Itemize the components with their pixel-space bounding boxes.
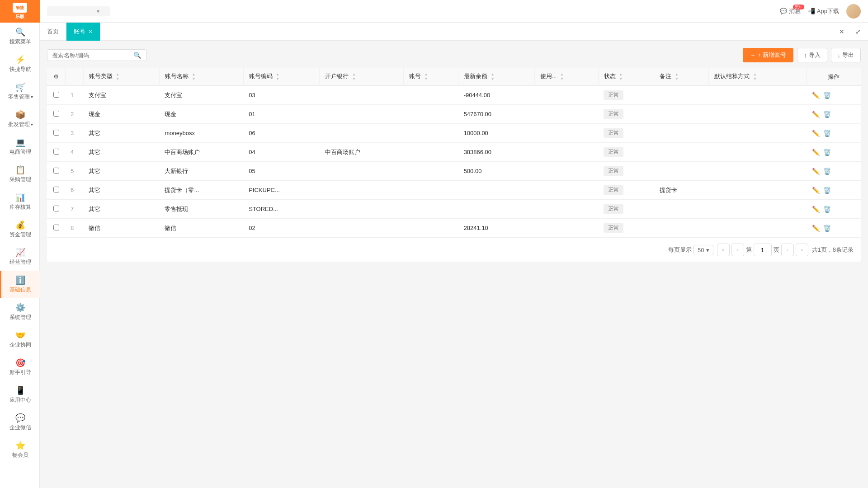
edit-icon[interactable]: ✏️ bbox=[812, 111, 820, 118]
sidebar-item-label: 经营管理 bbox=[9, 258, 31, 266]
prev-page-button[interactable]: ‹ bbox=[731, 244, 744, 256]
table-body: 1 支付宝 支付宝 03 -90444.00 正常 ✏️ 🗑️ bbox=[47, 86, 861, 238]
row-checkbox-cell[interactable] bbox=[47, 143, 65, 162]
row-status: 正常 bbox=[598, 124, 654, 143]
delete-icon[interactable]: 🗑️ bbox=[823, 206, 831, 213]
row-checkbox-cell[interactable] bbox=[47, 124, 65, 143]
row-checkbox[interactable] bbox=[53, 149, 59, 155]
row-checkbox[interactable] bbox=[53, 206, 59, 211]
row-checkbox[interactable] bbox=[53, 187, 59, 192]
column-status[interactable]: 状态 ▲▼ bbox=[598, 68, 654, 86]
page-number-input[interactable] bbox=[754, 244, 772, 256]
edit-icon[interactable]: ✏️ bbox=[812, 149, 820, 156]
sidebar-item-purchase-mgmt[interactable]: 📋 采购管理 bbox=[0, 160, 40, 188]
column-account-code[interactable]: 账号编码 ▲▼ bbox=[243, 68, 320, 86]
row-checkbox[interactable] bbox=[53, 111, 59, 117]
row-action: ✏️ 🗑️ bbox=[807, 143, 861, 162]
delete-icon[interactable]: 🗑️ bbox=[823, 187, 831, 194]
row-checkbox[interactable] bbox=[53, 130, 59, 136]
delete-icon[interactable]: 🗑️ bbox=[823, 130, 831, 137]
sidebar-item-label: 快捷导航 bbox=[9, 66, 31, 73]
delete-icon[interactable]: 🗑️ bbox=[823, 92, 831, 99]
app-download-button[interactable]: 📲 App下载 bbox=[808, 7, 839, 15]
notification-button[interactable]: 💬 消息 99+ bbox=[780, 7, 801, 15]
edit-icon[interactable]: ✏️ bbox=[812, 225, 820, 232]
search-input-wrap[interactable]: 🔍 bbox=[47, 49, 146, 61]
row-status: 正常 bbox=[598, 162, 654, 181]
next-page-button[interactable]: › bbox=[781, 244, 794, 256]
tab-account[interactable]: 账号 ✕ bbox=[66, 23, 100, 41]
row-latest-balance: 500.00 bbox=[458, 162, 534, 181]
last-page-button[interactable]: » bbox=[796, 244, 808, 256]
table-row: 6 其它 提货卡（零... PICKUPC... 正常 提货卡 ✏️ 🗑️ bbox=[47, 181, 861, 200]
sidebar-item-quick-nav[interactable]: ⚡ 快捷导航 bbox=[0, 50, 40, 78]
user-avatar[interactable] bbox=[846, 4, 861, 19]
column-account-type[interactable]: 账号类型 ▲▼ bbox=[83, 68, 159, 86]
row-checkbox-cell[interactable] bbox=[47, 181, 65, 200]
sidebar-item-operations-mgmt[interactable]: 📈 经营管理 bbox=[0, 243, 40, 271]
search-input[interactable] bbox=[52, 52, 133, 59]
sidebar-item-new-guide[interactable]: 🎯 新手引导 bbox=[0, 353, 40, 381]
edit-icon[interactable]: ✏️ bbox=[812, 168, 820, 175]
sidebar-item-ecommerce-mgmt[interactable]: 💻 电商管理 bbox=[0, 133, 40, 160]
row-checkbox[interactable] bbox=[53, 92, 59, 98]
column-account-name[interactable]: 账号名称 ▲▼ bbox=[159, 68, 243, 86]
tab-close-button[interactable]: ✕ bbox=[88, 28, 93, 35]
tab-home[interactable]: 首页 bbox=[40, 23, 66, 41]
row-latest-balance bbox=[458, 181, 534, 200]
sidebar-item-app-center[interactable]: 📱 应用中心 bbox=[0, 381, 40, 408]
column-account-no[interactable]: 账号 ▲▼ bbox=[403, 68, 458, 86]
row-checkbox-cell[interactable] bbox=[47, 219, 65, 238]
sidebar-item-search-menu[interactable]: 🔍 搜索菜单 bbox=[0, 23, 40, 50]
row-usage bbox=[534, 124, 598, 143]
table-row: 3 其它 moneybosx 06 10000.00 正常 ✏️ 🗑️ bbox=[47, 124, 861, 143]
export-button[interactable]: ↓ 导出 bbox=[831, 48, 861, 62]
tab-expand-button[interactable]: ⤢ bbox=[852, 25, 864, 38]
sidebar-item-label: 基础信息 bbox=[9, 286, 31, 294]
column-usage[interactable]: 使用... ▲▼ bbox=[534, 68, 598, 86]
column-settings[interactable]: ⚙ bbox=[47, 68, 65, 86]
sidebar-item-finance-mgmt[interactable]: 💰 资金管理 bbox=[0, 216, 40, 243]
sidebar-item-vip-member[interactable]: ⭐ 畅会员 bbox=[0, 436, 40, 464]
sidebar-item-enterprise-agreement[interactable]: 🤝 企业协同 bbox=[0, 326, 40, 353]
delete-icon[interactable]: 🗑️ bbox=[823, 168, 831, 175]
row-checkbox-cell[interactable] bbox=[47, 200, 65, 219]
row-opening-bank bbox=[320, 124, 404, 143]
row-checkbox[interactable] bbox=[53, 225, 59, 230]
import-button[interactable]: ↑ 导入 bbox=[797, 48, 827, 62]
edit-icon[interactable]: ✏️ bbox=[812, 187, 820, 194]
search-icon[interactable]: 🔍 bbox=[133, 52, 141, 59]
sidebar-item-basic-info[interactable]: ℹ️ 基础信息 bbox=[0, 271, 40, 298]
row-checkbox[interactable] bbox=[53, 168, 59, 174]
column-latest-balance[interactable]: 最新余额 ▲▼ bbox=[458, 68, 534, 86]
delete-icon[interactable]: 🗑️ bbox=[823, 111, 831, 118]
page-size-box[interactable]: 50 ▾ bbox=[693, 245, 713, 255]
edit-icon[interactable]: ✏️ bbox=[812, 92, 820, 99]
row-checkbox-cell[interactable] bbox=[47, 86, 65, 105]
row-checkbox-cell[interactable] bbox=[47, 105, 65, 124]
header-search-box[interactable]: ▾ bbox=[47, 6, 110, 16]
header-dropdown-arrow[interactable]: ▾ bbox=[97, 8, 99, 14]
row-checkbox-cell[interactable] bbox=[47, 162, 65, 181]
sidebar-item-wholesale-mgmt[interactable]: 📦 批发管理 ▾ bbox=[0, 105, 40, 133]
sidebar-item-retail-mgmt[interactable]: 🛒 零售管理 ▾ bbox=[0, 78, 40, 105]
add-account-button[interactable]: ＋ + 新增账号 bbox=[743, 48, 793, 62]
edit-icon[interactable]: ✏️ bbox=[812, 206, 820, 213]
tab-close-all-button[interactable]: ✕ bbox=[835, 25, 848, 38]
sidebar-item-system-mgmt[interactable]: ⚙️ 系统管理 bbox=[0, 298, 40, 326]
header-search-input[interactable] bbox=[52, 8, 97, 14]
row-default-settlement bbox=[709, 162, 807, 181]
sidebar-item-enterprise-wechat[interactable]: 💬 企业微信 bbox=[0, 408, 40, 436]
edit-icon[interactable]: ✏️ bbox=[812, 130, 820, 137]
delete-icon[interactable]: 🗑️ bbox=[823, 149, 831, 156]
sidebar-item-inventory[interactable]: 📊 库存核算 bbox=[0, 188, 40, 216]
column-remark[interactable]: 备注 ▲▼ bbox=[654, 68, 709, 86]
column-default-settlement[interactable]: 默认结算方式 ▲▼ bbox=[709, 68, 807, 86]
column-opening-bank[interactable]: 开户银行 ▲▼ bbox=[320, 68, 404, 86]
row-account-type: 支付宝 bbox=[83, 86, 159, 105]
sidebar-item-label: 畅会员 bbox=[12, 451, 28, 459]
sort-icon: ▲▼ bbox=[619, 72, 623, 81]
finance-icon: 💰 bbox=[15, 220, 25, 230]
delete-icon[interactable]: 🗑️ bbox=[823, 225, 831, 232]
first-page-button[interactable]: « bbox=[717, 244, 730, 256]
